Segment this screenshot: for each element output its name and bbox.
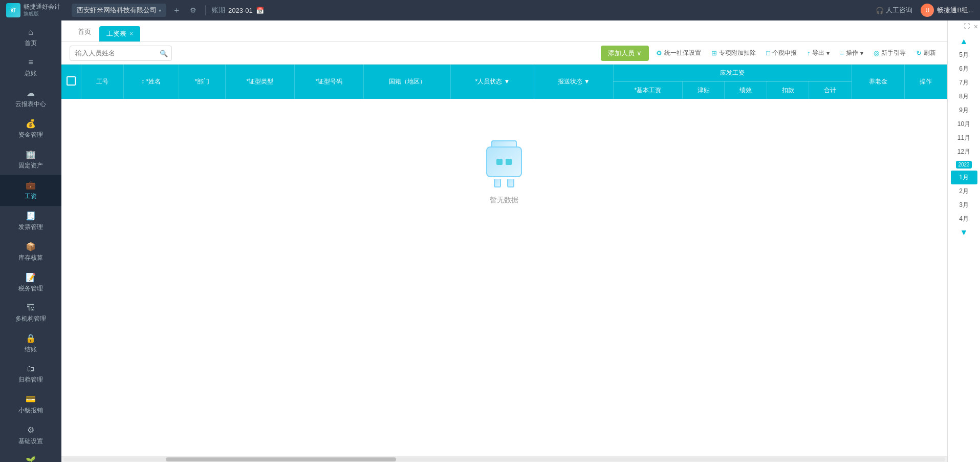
salary-table: 工号 ↕ *姓名 *部门 *证型类型 *证型号码 国籍（地区） *人员状态 ▼ … <box>61 65 947 246</box>
tax-icon: 📝 <box>26 272 36 282</box>
th-id-no: *证型号码 <box>294 65 363 99</box>
period-area: 账期 2023-01 📅 <box>212 6 264 15</box>
cloud-report-icon: ☁ <box>27 88 35 98</box>
user-label: 畅捷通B组... <box>937 6 974 15</box>
sidebar-item-fixed-assets[interactable]: 🏢 固定资产 <box>0 144 61 175</box>
special-deduct-icon: ⊞ <box>711 49 717 57</box>
month-10[interactable]: 10月 <box>951 117 977 131</box>
sidebar-item-label: 首页 <box>25 39 37 48</box>
robot-eye-right <box>506 159 512 165</box>
tab-close-icon[interactable]: × <box>129 30 133 37</box>
search-input[interactable] <box>70 46 172 61</box>
add-person-chevron-icon: ∨ <box>637 49 642 57</box>
company-chevron-icon: ▾ <box>159 8 161 13</box>
month-11[interactable]: 11月 <box>951 131 977 145</box>
th-status[interactable]: *人员状态 ▼ <box>451 65 534 99</box>
app-name: 畅捷通好会计 旗舰版 <box>24 3 60 17</box>
new-guide-button[interactable]: ◎ 新手引导 <box>870 47 909 59</box>
month-4[interactable]: 4月 <box>951 212 977 226</box>
refresh-icon: ↻ <box>916 49 922 57</box>
refresh-button[interactable]: ↻ 刷新 <box>913 47 939 59</box>
scroll-track[interactable] <box>63 457 945 461</box>
month-6[interactable]: 6月 <box>951 62 977 76</box>
robot-leg-left <box>494 179 501 187</box>
special-deduct-button[interactable]: ⊞ 专项附加扣除 <box>708 47 759 59</box>
sidebar-item-invoice[interactable]: 🧾 发票管理 <box>0 206 61 237</box>
scroll-up-icon[interactable]: ▲ <box>958 35 970 48</box>
social-settings-button[interactable]: ⚙ 统一社保设置 <box>653 47 704 59</box>
robot-body <box>486 146 522 177</box>
main-layout: ⌂ 首页 ≡ 总账 ☁ 云报表中心 💰 资金管理 🏢 固定资产 💼 工资 🧾 发… <box>0 20 980 462</box>
tab-salary[interactable]: 工资表 × <box>99 26 140 41</box>
select-all-checkbox[interactable] <box>67 76 76 86</box>
sidebar-item-settings[interactable]: ⚙ 基础设置 <box>0 420 61 451</box>
month-7[interactable]: 7月 <box>951 76 977 90</box>
social-settings-icon: ⚙ <box>656 49 662 57</box>
th-checkbox[interactable] <box>61 65 81 99</box>
sidebar: ⌂ 首页 ≡ 总账 ☁ 云报表中心 💰 资金管理 🏢 固定资产 💼 工资 🧾 发… <box>0 20 61 462</box>
tax-report-button[interactable]: □ 个税申报 <box>763 47 800 59</box>
company-name: 西安虾米网络科技有限公司 <box>77 6 157 15</box>
scroll-thumb[interactable] <box>166 457 396 461</box>
sidebar-item-tax[interactable]: 📝 税务管理 <box>0 267 61 298</box>
settings-button[interactable]: ⚙ <box>187 4 199 16</box>
content-area: 首页 工资表 × 🔍 添加人员 ∨ ⚙ 统一社保设置 <box>61 20 947 462</box>
operations-button[interactable]: ≡ 操作 ▾ <box>837 47 866 59</box>
expand-panel-icon[interactable]: ⛶ <box>964 23 970 30</box>
month-9[interactable]: 9月 <box>951 103 977 117</box>
top-header: 好 畅捷通好会计 旗舰版 西安虾米网络科技有限公司 ▾ ＋ ⚙ 账期 2023-… <box>0 0 980 20</box>
tab-home[interactable]: 首页 <box>70 23 99 41</box>
sidebar-item-inventory[interactable]: 📦 库存核算 <box>0 237 61 267</box>
new-guide-icon: ◎ <box>874 49 879 57</box>
th-dept: *部门 <box>179 65 225 99</box>
th-allowance: 津贴 <box>682 82 725 99</box>
tax-report-icon: □ <box>766 49 770 57</box>
funds-icon: 💰 <box>26 119 36 129</box>
robot-head <box>491 140 517 146</box>
month-2[interactable]: 2月 <box>951 184 977 198</box>
settings-sidebar-icon: ⚙ <box>27 425 34 435</box>
sidebar-item-label: 小畅报销 <box>18 406 43 415</box>
th-report-status[interactable]: 报送状态 ▼ <box>534 65 613 99</box>
month-12[interactable]: 12月 <box>951 145 977 159</box>
sidebar-item-closing[interactable]: 🔒 结账 <box>0 328 61 359</box>
sidebar-item-label: 库存核算 <box>18 254 43 262</box>
period-label: 账期 <box>212 6 225 15</box>
add-person-button[interactable]: 添加人员 ∨ <box>601 46 649 61</box>
sidebar-item-label: 税务管理 <box>18 284 43 293</box>
sidebar-item-multi-org[interactable]: 🏗 多机构管理 <box>0 298 61 328</box>
sidebar-item-home[interactable]: ⌂ 首页 <box>0 23 61 53</box>
month-5[interactable]: 5月 <box>951 48 977 62</box>
close-panel-icon[interactable]: × <box>974 23 978 31</box>
calendar-icon[interactable]: 📅 <box>256 7 264 14</box>
sidebar-item-funds[interactable]: 💰 资金管理 <box>0 114 61 144</box>
guide-icon: 🌱 <box>26 456 36 462</box>
month-1-active[interactable]: 1月 <box>951 171 977 184</box>
multi-org-icon: 🏗 <box>27 303 35 312</box>
sidebar-item-archive[interactable]: 🗂 归档管理 <box>0 359 61 389</box>
add-company-button[interactable]: ＋ <box>170 4 183 16</box>
table-container: 工号 ↕ *姓名 *部门 *证型类型 *证型号码 国籍（地区） *人员状态 ▼ … <box>61 65 947 456</box>
period-value: 2023-01 <box>228 7 253 14</box>
month-3[interactable]: 3月 <box>951 198 977 212</box>
robot-leg-right <box>507 179 514 187</box>
company-selector[interactable]: 西安虾米网络科技有限公司 ▾ <box>72 4 166 17</box>
sidebar-item-ledger[interactable]: ≡ 总账 <box>0 53 61 83</box>
export-button[interactable]: ↑ 导出 ▾ <box>804 47 833 59</box>
export-icon: ↑ <box>807 49 811 57</box>
scroll-down-icon[interactable]: ▼ <box>958 226 970 239</box>
month-8[interactable]: 8月 <box>951 90 977 103</box>
tab-bar: 首页 工资表 × <box>61 20 947 42</box>
fixed-assets-icon: 🏢 <box>26 150 36 159</box>
th-pension: 养老金 <box>851 65 905 99</box>
support-button[interactable]: 🎧 人工咨询 <box>876 6 912 15</box>
sidebar-item-expense[interactable]: 💳 小畅报销 <box>0 389 61 420</box>
sidebar-item-salary[interactable]: 💼 工资 <box>0 175 61 206</box>
robot-eye-left <box>496 159 503 165</box>
horizontal-scrollbar[interactable] <box>61 456 947 462</box>
archive-icon: 🗂 <box>27 364 35 373</box>
user-area[interactable]: U 畅捷通B组... <box>921 4 974 17</box>
sidebar-item-label: 基础设置 <box>18 437 43 446</box>
sidebar-item-cloud-report[interactable]: ☁ 云报表中心 <box>0 83 61 114</box>
sidebar-item-guide[interactable]: 🌱 新手引导 <box>0 451 61 462</box>
